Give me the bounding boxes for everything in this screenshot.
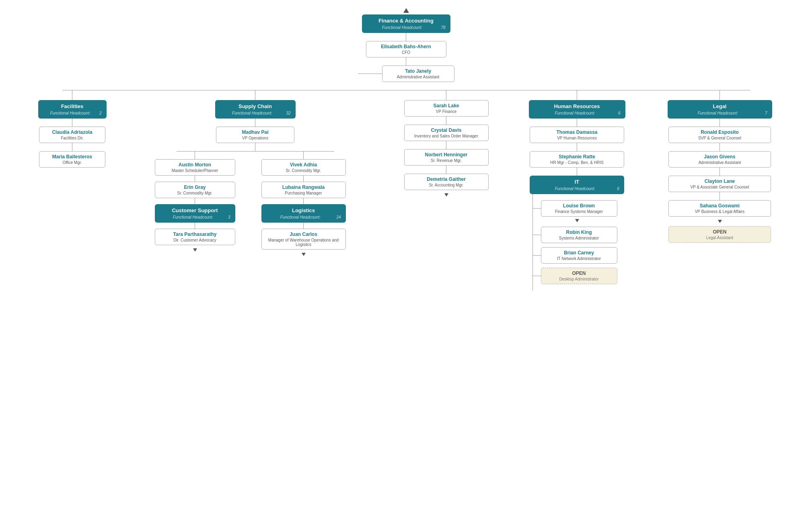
robin-node: Robin King Systems Administrator (541, 227, 617, 243)
vivek-node: Vivek Adhia Sr. Commodity Mgr. (261, 159, 346, 176)
it-dept-node: IT Functional Headcount: 6 (530, 176, 624, 194)
connector-h-asst (358, 74, 382, 74)
dept-name: Finance & Accounting (367, 18, 446, 24)
stephanie-node: Stephanie Ratte HR Mgr - Comp, Ben, & HR… (530, 151, 624, 168)
cfo-assistant-node: Tato Janely Administrative Assistant (382, 66, 454, 82)
legal-branch: Legal Functional Headcount: 7 Ronald Esp… (664, 90, 776, 291)
facilities-hc: 2 (99, 111, 102, 115)
headcount-num: 78 (441, 25, 445, 30)
facilities-dept-node: Facilities Functional Headcount: 2 (38, 100, 107, 119)
thomas-node: Thomas Damassa VP Human Resources (530, 127, 624, 143)
maria-node: Maria Ballesteros Office Mgr. (39, 151, 105, 168)
facilities-hc-label: Functional Headcount: (50, 111, 90, 115)
logistics-dept-node: Logistics Functional Headcount: 24 (261, 204, 346, 223)
connector-v2 (406, 57, 406, 66)
sahana-node: Sahana Goswami VP Business & Legal Affai… (668, 200, 771, 217)
lubaina-node: Lubaina Rangwala Purchasing Manager (261, 182, 346, 198)
facilities-name: Facilities (43, 103, 102, 109)
supply-chain-branch: Supply Chain Functional Headcount: 32 Ma… (143, 90, 368, 291)
tara-node: Tara Parthasarathy Dir. Customer Advocac… (155, 229, 235, 245)
madhav-node: Madhav Pai VP Operations (216, 127, 294, 143)
brian-node: Brian Carney IT Network Administrator (541, 247, 617, 264)
customer-support-dept-node: Customer Support Functional Headcount: 3 (155, 204, 235, 223)
hr-branch: Human Resources Functional Headcount: 6 … (525, 90, 629, 291)
erin-node: Erin Gray Sr. Commodity Mgr. (155, 182, 235, 198)
open-legal-node: OPEN Legal Assistant (668, 226, 771, 243)
cfo-name: Elisabeth Bahs-Ahern (370, 44, 442, 49)
hr-dept-node: Human Resources Functional Headcount: 6 (529, 100, 625, 119)
connector-v-facilities (72, 90, 72, 100)
supply-chain-dept-node: Supply Chain Functional Headcount: 32 (215, 100, 296, 119)
open-desktop-node: OPEN Desktop Administrator (541, 268, 617, 284)
top-arrow-up (403, 8, 409, 13)
clayton-node: Clayton Lane VP & Associate General Coun… (668, 176, 771, 192)
austin-node: Austin Morton Master Scheduler/Planner (155, 159, 235, 176)
cfo-asst-title: Administrative Assistant (386, 75, 450, 79)
ronald-node: Ronald Esposito SVP & General Counsel (668, 127, 771, 143)
cfo-title: CFO (370, 50, 442, 55)
jason-givens-node: Jason Givens Administrative Assistant (668, 151, 771, 168)
louise-node: Louise Brown Finance Systems Manager (541, 200, 617, 217)
sarah-lake-node: Sarah Lake VP Finance (404, 100, 489, 117)
connector-v1 (406, 33, 406, 41)
juan-carlos-node: Juan Carlos Manager of Warehouse Operati… (261, 229, 346, 250)
claudia-node: Claudia Adriazola Facilities Dir. (39, 127, 105, 143)
main-h-connector (62, 90, 750, 90)
cfo-asst-name: Tato Janely (386, 68, 450, 74)
demetria-node: Demetria Gaither Sr. Accounting Mgr. (404, 174, 489, 190)
vp-finance-branch: Sarah Lake VP Finance Crystal Davis Inve… (402, 90, 491, 291)
legal-dept-node: Legal Functional Headcount: 7 (668, 100, 772, 119)
headcount-label: Functional Headcount: (382, 25, 422, 30)
crystal-davis-node: Crystal Davis Inventory and Sales Order … (404, 125, 489, 141)
norbert-node: Norbert Henninger Sr. Revenue Mgr. (404, 149, 489, 166)
finance-accounting-dept: Finance & Accounting Functional Headcoun… (362, 14, 450, 33)
facilities-branch: Facilities Functional Headcount: 2 Claud… (36, 90, 109, 291)
cfo-node: Elisabeth Bahs-Ahern CFO (366, 41, 446, 57)
